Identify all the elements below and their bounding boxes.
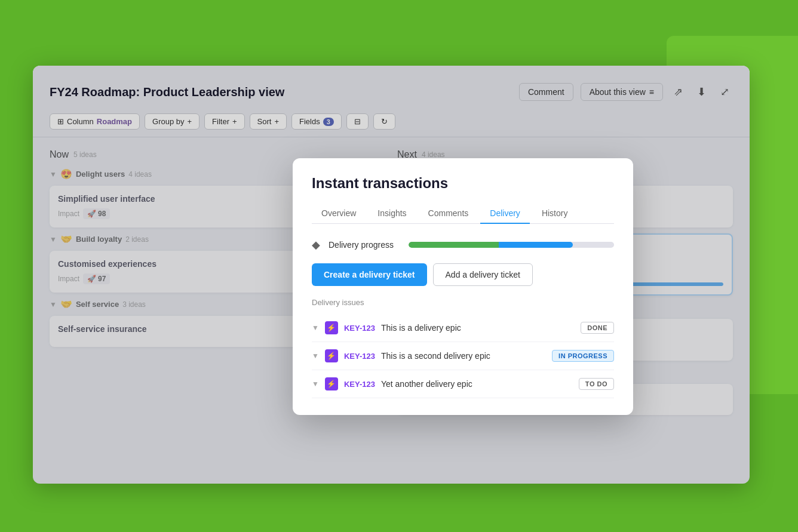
issue-key-0[interactable]: KEY-123 [344,324,375,333]
tab-delivery[interactable]: Delivery [480,204,530,224]
issue-chevron-1[interactable]: ▼ [312,352,319,360]
issue-title-2: Yet another delivery epic [381,379,573,389]
delivery-progress-row: ◆ Delivery progress [312,238,614,251]
delivery-issue-row-0: ▼ ⚡ KEY-123 This is a delivery epic DONE [312,314,614,342]
modal-title: Instant transactions [312,175,614,192]
modal-overlay: Instant transactions Overview Insights C… [33,66,750,484]
issue-title-0: This is a delivery epic [381,323,575,333]
issue-chevron-2[interactable]: ▼ [312,380,319,388]
tab-history[interactable]: History [532,204,578,224]
app-window: FY24 Roadmap: Product Leadership view Co… [33,66,750,484]
delivery-issues-label: Delivery issues [312,298,614,307]
delivery-issue-row-1: ▼ ⚡ KEY-123 This is a second delivery ep… [312,342,614,370]
action-buttons: Create a delivery ticket Add a delivery … [312,263,614,286]
issue-key-2[interactable]: KEY-123 [344,380,375,389]
progress-label: Delivery progress [329,240,400,250]
diamond-icon: ◆ [312,238,320,251]
status-badge-0: DONE [581,322,614,334]
tab-insights[interactable]: Insights [368,204,416,224]
progress-bar-fill [409,242,573,248]
issue-icon-0: ⚡ [325,321,338,334]
create-delivery-ticket-button[interactable]: Create a delivery ticket [312,263,427,286]
status-badge-1: IN PROGRESS [552,350,614,362]
issue-key-1[interactable]: KEY-123 [344,352,375,361]
instant-transactions-modal: Instant transactions Overview Insights C… [293,158,633,415]
issue-icon-2: ⚡ [325,377,338,390]
tab-overview[interactable]: Overview [312,204,366,224]
tab-comments[interactable]: Comments [419,204,478,224]
issue-icon-1: ⚡ [325,349,338,362]
status-badge-2: TO DO [579,378,614,390]
issue-title-1: This is a second delivery epic [381,351,546,361]
delivery-issue-row-2: ▼ ⚡ KEY-123 Yet another delivery epic TO… [312,370,614,398]
modal-tabs: Overview Insights Comments Delivery Hist… [312,204,614,224]
progress-bar-container [409,242,614,248]
add-delivery-ticket-button[interactable]: Add a delivery ticket [433,263,533,286]
issue-chevron-0[interactable]: ▼ [312,324,319,332]
